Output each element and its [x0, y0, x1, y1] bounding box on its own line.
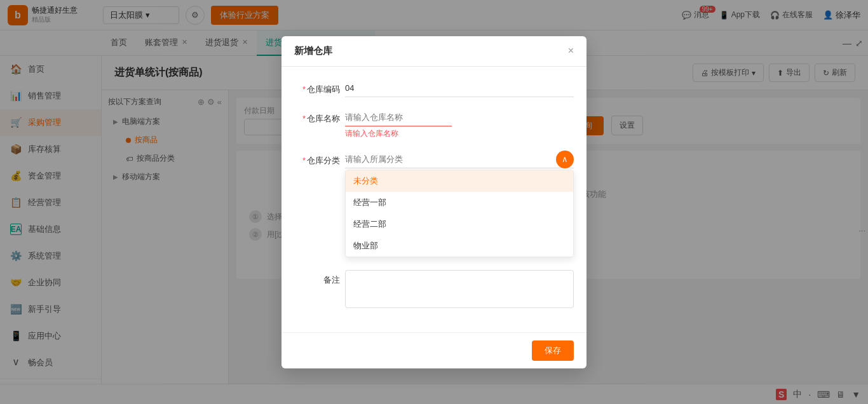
dropdown-option-property[interactable]: 物业部	[346, 235, 573, 257]
category-dropdown: 未分类 经营一部 经营二部 物业部	[345, 170, 574, 257]
note-label: 备注	[294, 270, 345, 286]
form-row-code: 仓库编码	[294, 79, 574, 97]
dropdown-option-ops1[interactable]: 经营一部	[346, 192, 573, 213]
category-label: 仓库分类	[294, 151, 345, 166]
modal-footer: 保存	[281, 332, 587, 368]
modal-overlay: 新增仓库 × 仓库编码 仓库名称 请输入仓库名称 仓库分	[0, 0, 868, 404]
name-label: 仓库名称	[294, 109, 345, 125]
category-select-wrap: ∧ 未分类 经营一部 经营二部 物业部	[345, 151, 574, 168]
modal-close-button[interactable]: ×	[568, 45, 574, 57]
name-input[interactable]	[345, 109, 452, 126]
code-label: 仓库编码	[294, 79, 345, 95]
category-input[interactable]	[345, 151, 574, 168]
form-row-note: 备注	[294, 270, 574, 308]
dropdown-option-ops2[interactable]: 经营二部	[346, 213, 573, 235]
dropdown-option-uncategorized[interactable]: 未分类	[346, 170, 573, 192]
save-button[interactable]: 保存	[532, 340, 574, 361]
modal-body: 仓库编码 仓库名称 请输入仓库名称 仓库分类 ∧	[281, 67, 587, 332]
category-dropdown-toggle[interactable]: ∧	[556, 151, 574, 168]
name-error-msg: 请输入仓库名称	[345, 128, 452, 139]
modal-header: 新增仓库 ×	[281, 36, 587, 67]
new-warehouse-modal: 新增仓库 × 仓库编码 仓库名称 请输入仓库名称 仓库分	[281, 36, 587, 368]
code-input[interactable]	[345, 79, 574, 97]
form-row-name: 仓库名称 请输入仓库名称	[294, 109, 574, 139]
note-input[interactable]	[345, 270, 574, 308]
modal-title: 新增仓库	[294, 45, 332, 57]
form-row-category: 仓库分类 ∧ 未分类 经营一部 经营二部 物业部	[294, 151, 574, 168]
